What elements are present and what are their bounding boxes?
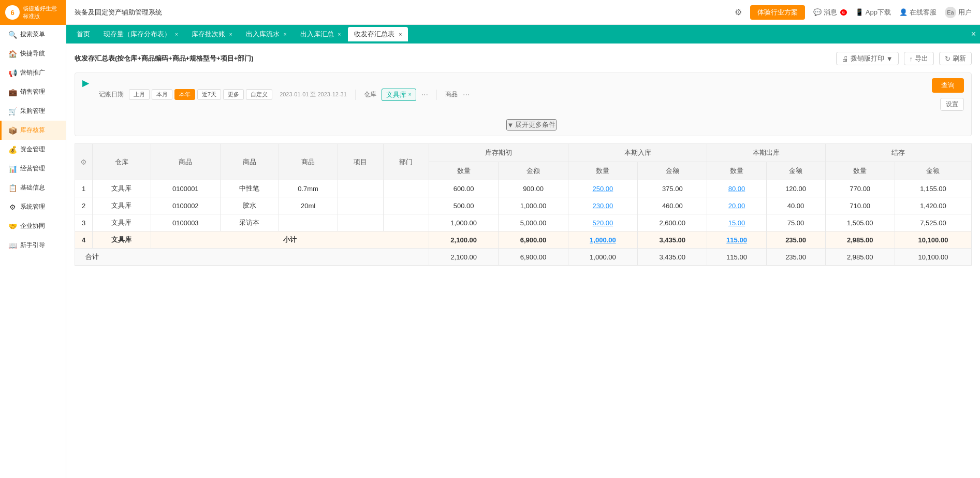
- row-open-qty: 500.00: [429, 197, 498, 214]
- date-btn-prev-month[interactable]: 上月: [129, 89, 150, 100]
- sidebar-item-purchase[interactable]: 🛒采购管理: [0, 102, 66, 121]
- row-open-amt: 900.00: [499, 180, 568, 197]
- page-header: 收发存汇总表(按仓库+商品编码+商品+规格型号+项目+部门) 🖨 拨销版打印 ▼…: [75, 52, 972, 65]
- sidebar-item-system[interactable]: ⚙系统管理: [0, 197, 66, 216]
- sidebar-item-finance[interactable]: 💰资金管理: [0, 140, 66, 159]
- row-goods-spec: [279, 214, 338, 231]
- filter-divider-1: [355, 90, 356, 100]
- row-out-qty[interactable]: 15.00: [707, 214, 766, 231]
- total-out-qty: 115.00: [707, 249, 766, 266]
- date-btn-7days[interactable]: 近7天: [197, 89, 221, 100]
- tab-home-label: 首页: [77, 30, 90, 39]
- trial-button[interactable]: 体验行业方案: [750, 5, 805, 20]
- row-goods-name: 胶水: [221, 197, 279, 214]
- th-goods-spec: 商品: [279, 144, 338, 180]
- export-icon: ↑: [910, 55, 913, 63]
- tab-recv-send[interactable]: 收发存汇总表 ×: [348, 27, 408, 41]
- filter-settings-link[interactable]: 设置: [940, 98, 964, 111]
- tab-inout-summary-close[interactable]: ×: [338, 32, 341, 37]
- tab-recv-send-label: 收发存汇总表: [354, 30, 394, 39]
- table-gear-icon[interactable]: ⚙: [80, 158, 87, 166]
- total-open-amt: 6,900.00: [499, 249, 568, 266]
- goods-more-icon[interactable]: ···: [463, 90, 470, 99]
- basic-info-icon: 📋: [8, 184, 17, 192]
- message-btn[interactable]: 💬 消息 6: [813, 8, 847, 17]
- row-goods-code: 0100002: [151, 197, 220, 214]
- tab-batch[interactable]: 库存批次账 ×: [185, 27, 239, 41]
- sidebar-nav: 🔍搜索菜单🏠快捷导航📢营销推广💼销售管理🛒采购管理📦库存核算💰资金管理📊经营管理…: [0, 25, 66, 478]
- download-icon: 📱: [855, 8, 864, 16]
- warehouse-tag-remove[interactable]: ×: [408, 92, 412, 97]
- chevron-down-icon: ▼: [886, 55, 893, 63]
- marketing-icon: 📢: [8, 69, 17, 77]
- tab-home[interactable]: 首页: [70, 27, 96, 41]
- date-btn-current-year[interactable]: 本年: [174, 89, 195, 100]
- sidebar-item-enterprise[interactable]: 🤝企业协同: [0, 216, 66, 236]
- sidebar-item-guide[interactable]: 📖新手引导: [0, 236, 66, 255]
- subtotal-close-amt: 10,100.00: [895, 231, 971, 249]
- export-button[interactable]: ↑ 导出: [904, 52, 934, 65]
- sidebar-item-quick-nav[interactable]: 🏠快捷导航: [0, 44, 66, 63]
- user-btn[interactable]: Ea 用户: [945, 7, 972, 18]
- content-panel: 收发存汇总表(按仓库+商品编码+商品+规格型号+项目+部门) 🖨 拨销版打印 ▼…: [66, 44, 980, 478]
- main-area: 装备及固定资产辅助管理系统 ⚙ 体验行业方案 💬 消息 6 📱 App下载 👤 …: [66, 0, 980, 478]
- sidebar-item-marketing[interactable]: 📢营销推广: [0, 63, 66, 82]
- print-button[interactable]: 🖨 拨销版打印 ▼: [836, 52, 899, 65]
- message-badge: 6: [840, 9, 847, 16]
- app-name: 畅捷通好生意: [23, 5, 57, 12]
- expand-conditions-btn[interactable]: ▼ 展开更多条件: [506, 119, 557, 131]
- row-in-qty[interactable]: 250.00: [568, 180, 637, 197]
- user-avatar: Ea: [945, 7, 956, 18]
- sidebar: 6 畅捷通好生意 标准版 🔍搜索菜单🏠快捷导航📢营销推广💼销售管理🛒采购管理📦库…: [0, 0, 66, 478]
- tab-bar: 首页 现存量（库存分布表） × 库存批次账 × 出入库流水 × 出入库汇总 × …: [66, 25, 980, 44]
- app-download-btn[interactable]: 📱 App下载: [855, 8, 891, 17]
- row-close-amt: 1,155.00: [895, 180, 971, 197]
- settings-icon[interactable]: ⚙: [735, 7, 742, 17]
- tab-bar-close[interactable]: ×: [971, 30, 976, 39]
- subtotal-close-qty: 2,985.00: [825, 231, 895, 249]
- date-btn-current-month[interactable]: 本月: [152, 89, 172, 100]
- th-out-qty: 数量: [707, 162, 766, 180]
- sidebar-item-inventory[interactable]: 📦库存核算: [0, 121, 66, 140]
- query-button[interactable]: 查询: [932, 78, 964, 93]
- refresh-button[interactable]: ↻ 刷新: [939, 52, 972, 65]
- sidebar-item-search[interactable]: 🔍搜索菜单: [0, 25, 66, 44]
- row-out-amt: 75.00: [766, 214, 825, 231]
- row-in-qty[interactable]: 520.00: [568, 214, 637, 231]
- tab-recv-send-close[interactable]: ×: [399, 32, 402, 37]
- filter-row-1: 记账日期 上月 本月 本年 近7天 更多 自定义 2023-01-01 至 20…: [99, 78, 964, 111]
- row-out-qty[interactable]: 80.00: [707, 180, 766, 197]
- row-out-qty[interactable]: 20.00: [707, 197, 766, 214]
- enterprise-icon: 🤝: [8, 222, 17, 230]
- row-in-amt: 460.00: [638, 197, 707, 214]
- tab-inout-flow[interactable]: 出入库流水 ×: [240, 27, 293, 41]
- th-close-amt: 金额: [895, 162, 971, 180]
- tab-inout-flow-label: 出入库流水: [246, 30, 280, 39]
- subtotal-open-qty: 2,100.00: [429, 231, 498, 249]
- sidebar-item-operations[interactable]: 📊经营管理: [0, 159, 66, 178]
- date-btn-more[interactable]: 更多: [223, 89, 244, 100]
- tab-inout-summary[interactable]: 出入库汇总 ×: [294, 27, 347, 41]
- tab-batch-close[interactable]: ×: [229, 32, 232, 37]
- page-title: 收发存汇总表(按仓库+商品编码+商品+规格型号+项目+部门): [75, 54, 254, 63]
- total-label: 合计: [75, 249, 429, 266]
- row-in-qty[interactable]: 230.00: [568, 197, 637, 214]
- row-close-qty: 770.00: [825, 180, 895, 197]
- tab-inout-flow-close[interactable]: ×: [284, 32, 287, 37]
- logo-icon: 6: [5, 5, 20, 20]
- sidebar-item-sales[interactable]: 💼销售管理: [0, 82, 66, 102]
- online-service-btn[interactable]: 👤 在线客服: [899, 8, 937, 17]
- warehouse-more-icon[interactable]: ···: [421, 90, 428, 99]
- service-icon: 👤: [899, 8, 908, 16]
- system-name: 装备及固定资产辅助管理系统: [75, 8, 728, 17]
- tab-stock-dist-close[interactable]: ×: [175, 32, 178, 37]
- tab-stock-dist[interactable]: 现存量（库存分布表） ×: [97, 27, 184, 41]
- row-open-amt: 5,000.00: [499, 214, 568, 231]
- goods-label: 商品: [445, 90, 458, 99]
- guide-label: 新手引导: [20, 241, 45, 250]
- row-out-amt: 40.00: [766, 197, 825, 214]
- row-out-amt: 120.00: [766, 180, 825, 197]
- sidebar-item-basic-info[interactable]: 📋基础信息: [0, 178, 66, 197]
- date-btn-custom[interactable]: 自定义: [246, 89, 272, 100]
- filter-toggle-icon[interactable]: ▶: [82, 78, 89, 88]
